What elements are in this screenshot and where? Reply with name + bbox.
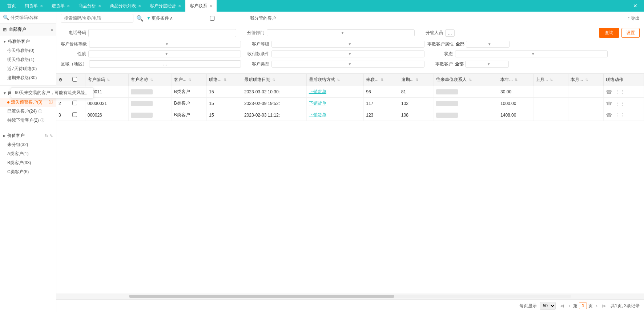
last-page-button[interactable]: ⊳ [600,302,608,309]
this-month-column-header[interactable]: 本月... ⇅ [568,74,604,86]
all-customers-header[interactable]: ⊞ 全部客户 « [0,24,56,36]
customer-type-select[interactable]: ▼ [271,61,424,68]
customer-type-label: 客户类型 [244,61,269,67]
nav-purchase-order[interactable]: 进货单 ✕ [47,0,74,12]
customer-level-select[interactable]: ▼ [271,41,424,48]
collapse-icon: « [51,27,53,32]
sidebar-item-class-b[interactable]: B类客户(33) [0,158,56,167]
more-conditions-button[interactable]: ▼ 更多条件 ∧ [146,15,173,21]
export-button[interactable]: ↑ 导出 [628,15,640,21]
name-column-header[interactable]: 客户名称 ⇅ [128,74,172,86]
filter-row-4: 区域（地区） … 客户类型 ▼ 零散客户 全部 ▼ [61,60,640,68]
contact-person-column-header[interactable]: 往来单位联系人 ⇅ [434,74,498,86]
my-customers-checkbox[interactable] [176,16,249,21]
my-customers-checkbox-label[interactable]: 我分管的客户 [176,15,276,21]
horizontal-scrollbar[interactable] [129,295,571,298]
close-sales-order[interactable]: ✕ [40,4,43,8]
sidebar-item-tomorrow-pending[interactable]: 明天待联络(1) [0,55,56,64]
row-unlink-1: 117 [364,98,399,109]
settings-button[interactable]: 设置 [621,28,640,38]
contact-action-icon-0[interactable]: ☎ [606,89,612,95]
more-action-icon-2[interactable]: ⋮⋮ [615,112,625,118]
first-page-button[interactable]: ⊲ [559,302,566,309]
close-purchase-order[interactable]: ✕ [67,4,70,8]
window-close-button[interactable]: ✕ [629,0,641,12]
row-last-way-2[interactable]: 下销货单 [306,109,363,121]
sidebar-search-input[interactable] [11,15,56,20]
last-month-column-header[interactable]: 上月... ⇅ [533,74,568,86]
sidebar-item-today-pending[interactable]: 今天待联络(0) [0,46,56,55]
dept-caret-icon: ▼ [341,31,412,35]
nav-sales-order[interactable]: 销货单 ✕ [20,0,47,12]
prev-page-button[interactable]: ‹ [567,302,572,309]
sidebar-item-declining[interactable]: 持续下滑客户(2) ⓘ [0,116,56,125]
search-button[interactable]: 🔍 [136,15,144,22]
last-way-column-header[interactable]: 最后联络方式 ⇅ [306,74,363,86]
refresh-icon[interactable]: ↻ [45,133,48,138]
action-column-header: 联络动作 [603,74,644,86]
next-page-button[interactable]: › [594,302,599,309]
region-ellipsis-btn[interactable]: … [89,60,241,68]
nav-product-analysis-list[interactable]: 商品分析列表 ✕ [105,0,145,12]
sidebar-item-ungroups[interactable]: 未分组(32) [0,140,56,149]
value-customers-group: ▶ 价值客户 ↻ ✎ 未分组(32) A类客户(1) B类客户(33) C类客户… [0,130,56,178]
churn-warning-badge: ⓘ [49,99,53,105]
more-action-icon-0[interactable]: ⋮⋮ [615,89,625,95]
row-last-way-1[interactable]: 下销货单 [306,98,363,109]
contact-action-icon-1[interactable]: ☎ [606,101,612,106]
sidebar-item-overdue-pending[interactable]: 逾期未联络(30) [0,73,56,82]
pending-contact-label[interactable]: ▼ 待联络客户 [0,37,56,46]
status-field: 状态 ▼ [427,50,608,57]
phone-input[interactable] [88,29,236,37]
row-this-year-2: 1408.00 [498,109,534,121]
row-checkbox-2[interactable] [70,109,85,121]
close-product-analysis-list[interactable]: ✕ [138,4,141,8]
sidebar-item-churn-warning[interactable]: 流失预警客户(3) ⓘ [0,98,56,107]
arrow-right-icon: ▶ [3,134,6,138]
close-product-analysis[interactable]: ✕ [98,4,101,8]
row-last-way-0[interactable]: 下销货单 [306,86,363,98]
page-size-select[interactable]: 50 [540,302,556,310]
edit-icon[interactable]: ✎ [49,133,53,138]
retail-attr-select[interactable]: ▼ [466,41,510,48]
close-customer-contact[interactable]: ✕ [209,4,212,8]
code-column-header[interactable]: 客户编码 ⇅ [85,74,128,86]
manager-ellipsis-btn[interactable]: … [445,29,455,37]
price-level-select[interactable]: ▼ [89,41,241,48]
contact-column-header[interactable]: 联络... ⇅ [207,74,242,86]
nav-home[interactable]: 首页 [3,0,20,12]
status-select[interactable]: ▼ [455,50,608,57]
payment-select[interactable]: ▼ [271,50,424,57]
type-column-header[interactable]: 客户... ⇅ [172,74,207,86]
row-select-checkbox-1[interactable] [72,101,77,105]
row-checkbox-1[interactable] [70,98,85,109]
nav-customer-segmentation[interactable]: 客户分层经营 ✕ [145,0,185,12]
contact-action-icon-2[interactable]: ☎ [606,112,612,118]
this-year-column-header[interactable]: 本年... ⇅ [498,74,534,86]
sidebar: 🔍 ⊞ 全部客户 « ▼ 待联络客户 今天待联络(0) 明天待联络(1) 近7天… [0,12,56,312]
search-input[interactable] [61,14,133,23]
overdue-column-header[interactable]: 逾期... ⇅ [399,74,434,86]
close-customer-segmentation[interactable]: ✕ [178,4,181,8]
nature-select[interactable]: ▼ [88,50,241,57]
dept-select[interactable]: ▼ [267,29,415,36]
sidebar-item-class-c[interactable]: C类客户(6) [0,167,56,177]
scroll-thumb[interactable] [129,295,394,298]
sidebar-item-churned[interactable]: 已流失客户(24) ⓘ [0,107,56,116]
select-all-checkbox[interactable] [72,77,77,82]
more-action-icon-1[interactable]: ⋮⋮ [615,101,625,106]
nav-product-analysis[interactable]: 商品分析 ✕ [74,0,105,12]
settings-column-header[interactable]: ⚙ [56,74,70,86]
last-date-column-header[interactable]: 最后联络日期 ⇅ [242,74,306,86]
value-customers-label[interactable]: ▶ 价值客户 ↻ ✎ [0,131,56,140]
retail-customer-caret-icon: ▼ [487,62,506,66]
type-sort-icon: ⇅ [188,78,191,82]
nav-customer-contact[interactable]: 客户联系 ✕ [185,0,217,12]
query-button[interactable]: 查询 [599,28,619,38]
row-select-checkbox-2[interactable] [72,112,77,117]
unlink-column-header[interactable]: 未联... ⇅ [364,74,399,86]
sidebar-item-class-a[interactable]: A类客户(1) [0,149,56,158]
retail-customer-select[interactable]: ▼ [465,61,509,68]
overdue-sort-icon: ⇅ [415,78,418,82]
sidebar-item-7days-pending[interactable]: 近7天待联络(0) [0,64,56,73]
